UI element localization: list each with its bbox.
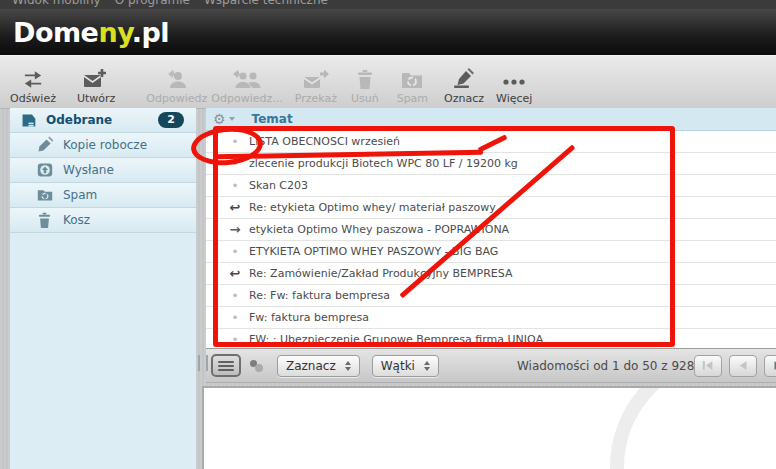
conversation-icon[interactable]	[249, 359, 265, 373]
refresh-icon	[22, 64, 44, 89]
more-button[interactable]: Więcej	[496, 64, 532, 105]
first-page-button[interactable]	[694, 355, 722, 377]
more-dots-icon	[501, 64, 527, 89]
message-row[interactable]: LISTA OBECNOSCI wrzesień	[206, 131, 776, 153]
threads-dropdown[interactable]: Wątki	[372, 355, 439, 377]
reply-all-button[interactable]: Odpowiedz...	[211, 64, 282, 105]
reply-button[interactable]: Odpowiedz	[146, 64, 207, 105]
gear-icon: ⚙	[213, 112, 226, 126]
link-support[interactable]: Wsparcie techniczne	[204, 0, 328, 7]
sidebar-item-drafts[interactable]: Kopie robocze	[10, 133, 196, 158]
new-mail-icon	[83, 64, 109, 89]
refresh-button[interactable]: Odśwież	[10, 64, 56, 105]
spam-button[interactable]: Spam	[397, 64, 428, 105]
message-row[interactable]: Re: etykieta Optimo whey/ materiał paszo…	[206, 197, 776, 219]
pencil-icon	[37, 137, 54, 154]
sidebar-item-inbox[interactable]: Odebrane 2	[10, 108, 196, 133]
list-view-toggle-button[interactable]	[211, 354, 241, 377]
top-links-bar: Widok mobilny O programie Wsparcie techn…	[0, 0, 776, 9]
domeny-pl-logo: Domeny.pl	[13, 17, 169, 48]
message-row[interactable]: Fw: faktura bempresa	[206, 307, 776, 329]
trash-icon	[356, 64, 374, 89]
trash-icon	[37, 212, 54, 229]
unread-dot-icon	[227, 290, 243, 301]
next-page-button[interactable]	[764, 355, 776, 377]
spam-folder-icon	[37, 187, 54, 204]
list-options-button[interactable]: ⚙	[213, 112, 235, 126]
unread-dot-icon	[227, 246, 243, 257]
unread-dot-icon	[227, 136, 243, 147]
message-list-header: ⚙ Temat	[206, 108, 776, 131]
unread-dot-icon	[227, 158, 243, 169]
message-count-status: Wiadomości od 1 do 50 z 928	[517, 359, 694, 373]
forward-icon	[303, 64, 329, 89]
unread-dot-icon	[227, 312, 243, 323]
message-row[interactable]: etykieta Optimo Whey paszowa - POPRAWION…	[206, 219, 776, 241]
column-header-subject[interactable]: Temat	[252, 112, 293, 126]
reply-icon	[166, 64, 188, 89]
mark-button[interactable]: Oznacz	[444, 64, 484, 105]
unread-dot-icon	[227, 180, 243, 191]
pagination	[694, 355, 776, 377]
mark-pencil-icon	[452, 64, 476, 89]
compose-button[interactable]: Utwórz	[77, 64, 115, 105]
list-footer-bar: Zaznacz Wątki Wiadomości od 1 do 50 z 92…	[206, 348, 776, 383]
message-row[interactable]: Skan C203	[206, 175, 776, 197]
prev-page-button[interactable]	[729, 355, 757, 377]
message-list: ⚙ Temat LISTA OBECNOSCI wrzesień zleceni…	[206, 108, 776, 348]
spinner-arrows-icon	[345, 361, 351, 371]
unread-dot-icon	[227, 334, 243, 345]
webmail-app: Widok mobilny O programie Wsparcie techn…	[0, 0, 776, 469]
preview-pane	[202, 386, 776, 469]
pane-splitter-handle[interactable]	[198, 355, 208, 371]
message-row[interactable]: Re: Fw: faktura bempresa	[206, 285, 776, 307]
link-mobile-view[interactable]: Widok mobilny	[12, 0, 101, 7]
delete-button[interactable]: Usuń	[351, 64, 379, 105]
spinner-arrows-icon	[424, 361, 430, 371]
forward-button[interactable]: Przekaż	[295, 64, 337, 105]
folder-sidebar: Odebrane 2 Kopie robocze Wysłane Spam	[10, 108, 196, 469]
replied-arrow-icon	[227, 202, 243, 213]
logo-bar: Domeny.pl	[0, 9, 776, 55]
unread-count-badge: 2	[158, 112, 184, 128]
sidebar-item-sent[interactable]: Wysłane	[10, 158, 196, 183]
watermark-ring	[610, 386, 776, 469]
message-row[interactable]: zlecenie produkcji Biotech WPC 80 LF / 1…	[206, 153, 776, 175]
chevron-down-icon	[229, 117, 235, 121]
inbox-icon	[20, 112, 37, 129]
reply-all-icon	[232, 64, 262, 89]
spam-icon	[401, 64, 423, 89]
replied-arrow-icon	[227, 268, 243, 279]
sidebar-item-trash[interactable]: Kosz	[10, 208, 196, 233]
message-row[interactable]: ETYKIETA OPTIMO WHEY PASZOWY - BIG BAG	[206, 241, 776, 263]
link-about[interactable]: O programie	[115, 0, 190, 7]
select-mark-dropdown[interactable]: Zaznacz	[277, 355, 360, 377]
mail-toolbar: Odśwież Utwórz Odpowiedz Odpowiedz...	[0, 55, 776, 109]
message-row[interactable]: Re: Zamówienie/Zakład Produkcyjny BEMPRE…	[206, 263, 776, 285]
forwarded-arrow-icon	[227, 224, 243, 235]
sent-icon	[37, 162, 54, 179]
sidebar-item-spam[interactable]: Spam	[10, 183, 196, 208]
